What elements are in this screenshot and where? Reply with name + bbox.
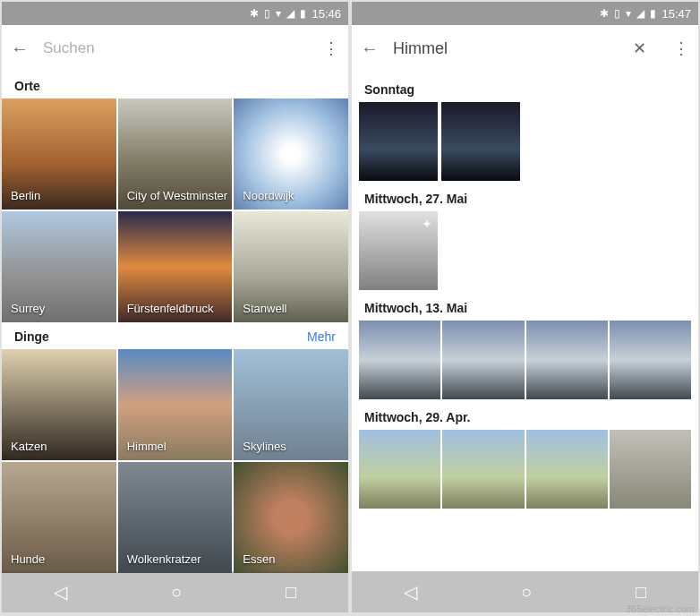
- things-grid: Katzen Himmel Skylines Hunde Wolkenkratz…: [2, 349, 348, 573]
- android-nav-bar: ◁ ○ □: [2, 571, 348, 612]
- date-header: Mittwoch, 29. Apr.: [352, 399, 698, 430]
- overflow-menu-icon[interactable]: ⋮: [673, 38, 689, 58]
- place-tile-westminster[interactable]: City of Westminster: [118, 98, 233, 210]
- date-header: Mittwoch, 13. Mai: [352, 290, 698, 321]
- thing-tile-skylines[interactable]: Skylines: [234, 349, 348, 460]
- search-screen: ✱ ▯ ▾ ◢ ▮ 15:46 ← Suchen ⋮ Orte Berlin C…: [2, 2, 348, 612]
- status-bar: ✱ ▯ ▾ ◢ ▮ 15:47: [352, 2, 698, 25]
- place-tile-fuerstenfeldbruck[interactable]: Fürstenfeldbruck: [118, 211, 233, 322]
- photo-thumb[interactable]: [441, 102, 520, 181]
- thing-tile-essen[interactable]: Essen: [234, 462, 348, 573]
- battery-icon: ▮: [650, 7, 656, 20]
- thing-tile-katzen[interactable]: Katzen: [2, 349, 116, 460]
- photo-row: ✦: [352, 211, 698, 290]
- place-tile-berlin[interactable]: Berlin: [2, 98, 116, 210]
- thing-tile-wolkenkratzer[interactable]: Wolkenkratzer: [118, 462, 233, 573]
- place-tile-stanwell[interactable]: Stanwell: [234, 211, 348, 322]
- place-tile-noordwijk[interactable]: Noordwijk: [234, 98, 348, 210]
- photo-row: [352, 102, 698, 181]
- thing-tile-hunde[interactable]: Hunde: [2, 462, 116, 573]
- date-header: Mittwoch, 27. Mai: [352, 181, 698, 211]
- places-grid: Berlin City of Westminster Noordwijk Sur…: [2, 98, 348, 322]
- photo-thumb[interactable]: [526, 430, 608, 509]
- photo-thumb[interactable]: [442, 321, 524, 399]
- photo-thumb[interactable]: [526, 321, 608, 399]
- back-icon[interactable]: ←: [11, 38, 29, 59]
- section-header-dinge: Dinge Mehr: [2, 322, 348, 349]
- nav-home-icon[interactable]: ○: [521, 582, 532, 603]
- photo-thumb[interactable]: [610, 321, 691, 399]
- vibrate-icon: ▯: [264, 7, 270, 20]
- overflow-menu-icon[interactable]: ⋮: [323, 38, 339, 58]
- status-bar: ✱ ▯ ▾ ◢ ▮ 15:46: [2, 2, 348, 25]
- app-bar: ← Suchen ⋮: [2, 25, 348, 72]
- clock: 15:47: [662, 7, 691, 21]
- nav-recent-icon[interactable]: □: [286, 582, 296, 603]
- back-icon[interactable]: ←: [361, 38, 379, 59]
- bluetooth-icon: ✱: [600, 7, 609, 20]
- thing-tile-himmel[interactable]: Himmel: [118, 349, 233, 460]
- nav-back-icon[interactable]: ◁: [404, 581, 417, 603]
- vibrate-icon: ▯: [614, 7, 620, 20]
- nav-recent-icon[interactable]: □: [636, 582, 646, 603]
- section-label: Dinge: [14, 329, 49, 344]
- signal-icon: ◢: [286, 7, 295, 20]
- results-screen: ✱ ▯ ▾ ◢ ▮ 15:47 ← Himmel ✕ ⋮ Sonntag Mit…: [352, 2, 698, 612]
- app-bar: ← Himmel ✕ ⋮: [352, 25, 698, 72]
- search-input[interactable]: Suchen: [43, 39, 309, 57]
- place-tile-surrey[interactable]: Surrey: [2, 211, 116, 322]
- photo-thumb[interactable]: [359, 321, 440, 399]
- bluetooth-icon: ✱: [250, 7, 259, 20]
- photo-thumb[interactable]: [442, 430, 524, 509]
- section-header-orte: Orte: [2, 72, 348, 98]
- signal-icon: ◢: [636, 7, 645, 20]
- nav-home-icon[interactable]: ○: [171, 582, 182, 603]
- close-icon[interactable]: ✕: [633, 38, 646, 58]
- nav-back-icon[interactable]: ◁: [54, 581, 67, 603]
- battery-icon: ▮: [300, 7, 306, 20]
- wifi-icon: ▾: [276, 7, 281, 20]
- sparkle-icon: ✦: [422, 217, 432, 231]
- wifi-icon: ▾: [626, 7, 631, 20]
- more-link[interactable]: Mehr: [307, 329, 336, 344]
- photo-thumb[interactable]: [359, 102, 438, 181]
- photo-thumb[interactable]: ✦: [359, 211, 438, 290]
- page-title: Himmel: [393, 39, 619, 58]
- photo-row: [352, 430, 698, 509]
- date-header: Sonntag: [352, 72, 698, 102]
- photo-row: [352, 321, 698, 399]
- photo-thumb[interactable]: [359, 430, 440, 509]
- watermark: 365electric.com: [626, 603, 695, 614]
- clock: 15:46: [312, 7, 341, 21]
- photo-thumb[interactable]: [610, 430, 691, 509]
- section-label: Orte: [14, 79, 40, 93]
